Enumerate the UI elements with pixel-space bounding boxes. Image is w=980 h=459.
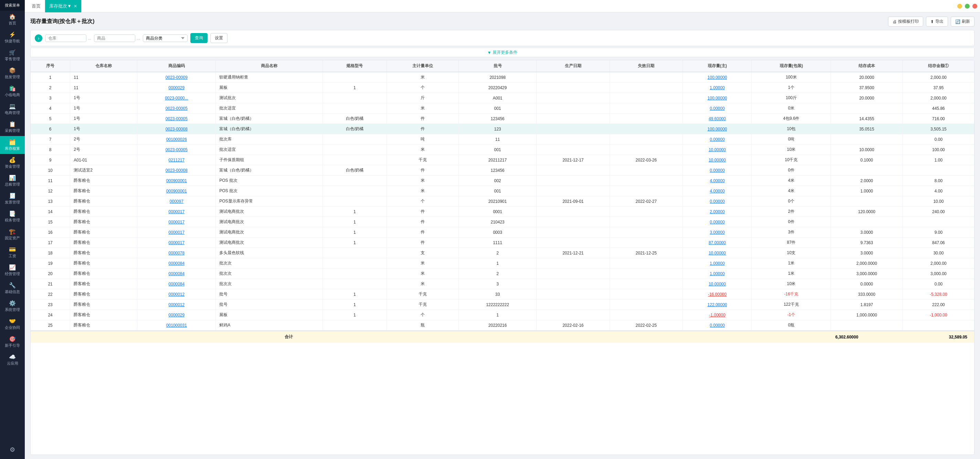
win-min-btn[interactable] xyxy=(957,4,962,9)
export-btn[interactable]: ⬆ 导出 xyxy=(926,16,948,27)
table-cell xyxy=(830,196,902,207)
warehouse-input[interactable] xyxy=(45,34,86,42)
sidebar-item-mini-ecom[interactable]: 🛍️ 小临电商 xyxy=(0,82,25,100)
sidebar-item-inventory[interactable]: 🗂️ 库存核算 xyxy=(0,136,25,154)
table-cell[interactable]: 1.00000 xyxy=(682,269,751,279)
table-cell xyxy=(609,207,682,217)
sidebar-item-hr[interactable]: 💳 工资 xyxy=(0,244,25,261)
table-cell[interactable]: 0000029 xyxy=(137,83,216,93)
table-cell xyxy=(609,165,682,175)
table-cell[interactable]: 10.00000 xyxy=(682,248,751,258)
table-cell[interactable]: 100.00000 xyxy=(682,72,751,83)
sidebar-item-ops[interactable]: 📈 经营管理 xyxy=(0,261,25,279)
sidebar-logo[interactable]: 搜索菜单 xyxy=(0,0,25,11)
sidebar-item-cloud[interactable]: ☁️ 云应用 xyxy=(0,351,25,369)
table-cell[interactable]: 0000017 xyxy=(137,227,216,237)
sidebar-item-ecom[interactable]: 💻 电商管理 xyxy=(0,100,25,118)
table-cell[interactable]: 3.00000 xyxy=(682,227,751,237)
table-cell[interactable]: 0000029 xyxy=(137,310,216,320)
table-cell[interactable]: 4.00000 xyxy=(682,175,751,186)
table-cell[interactable]: 100.00000 xyxy=(682,93,751,103)
table-cell[interactable]: 100.00000 xyxy=(682,124,751,134)
tab-inventory-batch[interactable]: 库存批次▼ ✕ xyxy=(45,0,81,13)
table-cell[interactable]: -16.00000 xyxy=(682,289,751,300)
table-cell[interactable]: 0000084 xyxy=(137,269,216,279)
filter-nav-arrow[interactable]: › xyxy=(35,34,42,42)
table-cell: 9 xyxy=(31,155,70,165)
table-cell[interactable]: 000900001 xyxy=(137,175,216,186)
table-cell[interactable]: 1.00000 xyxy=(682,258,751,269)
table-cell[interactable]: 0023-0000... xyxy=(137,93,216,103)
sidebar-item-finance[interactable]: 💰 资金管理 xyxy=(0,154,25,172)
table-cell[interactable]: 0.00000 xyxy=(682,217,751,227)
sidebar-item-home[interactable]: 🏠 首页 xyxy=(0,11,25,29)
table-cell[interactable]: 0023-00005 xyxy=(137,145,216,155)
sidebar-item-quick-nav[interactable]: ⚡ 快捷导航 xyxy=(0,29,25,46)
print-btn[interactable]: 🖨 按模板打印 xyxy=(888,16,923,27)
tab-close-btn[interactable]: ✕ xyxy=(74,4,77,9)
table-cell: 1.8197 xyxy=(830,300,902,310)
sidebar-item-general[interactable]: 📊 总账管理 xyxy=(0,172,25,190)
table-cell[interactable]: 0000017 xyxy=(137,207,216,217)
table-cell[interactable]: 0000084 xyxy=(137,258,216,269)
sidebar-settings-btn[interactable]: ⚙ xyxy=(0,443,25,456)
sidebar-item-newbie[interactable]: 🎯 新手引导 xyxy=(0,333,25,351)
table-cell[interactable]: 0000012 xyxy=(137,300,216,310)
table-cell xyxy=(537,300,609,310)
table-cell[interactable]: 0.00000 xyxy=(682,320,751,331)
table-cell[interactable]: 49.60000 xyxy=(682,114,751,124)
table-cell[interactable]: 0023-00008 xyxy=(137,124,216,134)
sidebar-item-corp[interactable]: 🤝 企业协同 xyxy=(0,315,25,333)
table-cell[interactable]: 87.00000 xyxy=(682,237,751,248)
sidebar-item-assets[interactable]: 🏗️ 固定资产 xyxy=(0,226,25,244)
table-cell: 件 xyxy=(387,207,459,217)
win-close-btn[interactable] xyxy=(972,4,977,9)
sidebar-item-sys[interactable]: ⚙️ 系统管理 xyxy=(0,297,25,315)
sidebar-item-retail[interactable]: 🛒 零售管理 xyxy=(0,46,25,64)
sidebar-item-wholesale[interactable]: 📦 批发管理 xyxy=(0,64,25,82)
table-cell[interactable]: 0023-00008 xyxy=(137,165,216,175)
sidebar-item-purchase[interactable]: 📋 采购管理 xyxy=(0,118,25,136)
table-cell[interactable]: 0000017 xyxy=(137,237,216,248)
table-cell[interactable]: 0000084 xyxy=(137,279,216,289)
table-cell[interactable]: 0211217 xyxy=(137,155,216,165)
table-cell[interactable]: 10.00000 xyxy=(682,155,751,165)
table-cell[interactable]: 0000017 xyxy=(137,217,216,227)
table-cell: 2022-02-27 xyxy=(609,196,682,207)
table-cell[interactable]: 0.00000 xyxy=(682,134,751,145)
category-select[interactable]: 商品分类 xyxy=(143,34,188,42)
table-cell: 3 xyxy=(31,93,70,103)
query-btn[interactable]: 查询 xyxy=(190,33,208,43)
table-cell[interactable]: -1.00000 xyxy=(682,310,751,320)
table-cell[interactable]: 122.00000 xyxy=(682,300,751,310)
table-cell[interactable]: 4.00000 xyxy=(682,186,751,196)
table-container[interactable]: 序号 仓库名称 商品编码 商品名称 规格型号 主计量单位 批号 生产日期 失效日… xyxy=(30,60,975,455)
table-cell[interactable]: 0.00000 xyxy=(682,165,751,175)
sidebar-item-invoice[interactable]: 🧾 发票管理 xyxy=(0,190,25,208)
table-cell[interactable]: 1.00000 xyxy=(682,83,751,93)
table-cell[interactable]: 0000012 xyxy=(137,289,216,300)
goods-input[interactable] xyxy=(94,34,135,42)
table-cell[interactable]: 0023-00009 xyxy=(137,72,216,83)
table-cell[interactable]: 0000078 xyxy=(137,248,216,258)
table-cell[interactable]: 0023-00005 xyxy=(137,103,216,114)
win-max-btn[interactable] xyxy=(965,4,970,9)
table-cell[interactable]: 10.00000 xyxy=(682,145,751,155)
table-cell xyxy=(323,279,387,289)
table-cell[interactable]: 2.00000 xyxy=(682,207,751,217)
expand-more-btn[interactable]: ▼ 展开更多条件 xyxy=(487,49,518,56)
settings-btn[interactable]: 设置 xyxy=(210,33,228,43)
table-cell[interactable]: 10.00000 xyxy=(682,279,751,289)
table-cell[interactable]: 000097 xyxy=(137,196,216,207)
table-cell[interactable]: 001000026 xyxy=(137,134,216,145)
refresh-btn[interactable]: 🔄 刷新 xyxy=(951,16,975,27)
tab-home[interactable]: 首页 xyxy=(27,0,45,13)
table-cell[interactable]: 0023-00005 xyxy=(137,114,216,124)
sidebar-item-base[interactable]: 🔧 基础信息 xyxy=(0,279,25,297)
table-cell: 18 xyxy=(31,248,70,258)
table-cell[interactable]: 0.00000 xyxy=(682,103,751,114)
table-cell[interactable]: 001000031 xyxy=(137,320,216,331)
table-cell[interactable]: 000900001 xyxy=(137,186,216,196)
table-cell[interactable]: 0.00000 xyxy=(682,196,751,207)
sidebar-item-tax[interactable]: 📑 税务管理 xyxy=(0,208,25,226)
